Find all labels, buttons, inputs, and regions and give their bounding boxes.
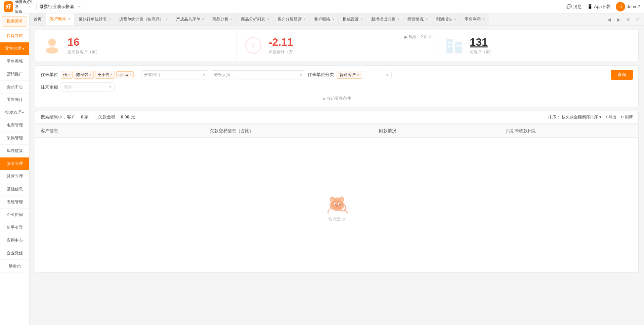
tab-close-icon[interactable]: ×: [361, 17, 363, 21]
col-header-due-date: 到期未收款日期: [506, 128, 633, 134]
chevron-down-icon: ▾: [109, 84, 112, 89]
user-profile[interactable]: d demo2: [616, 2, 640, 11]
tab-customer-contact[interactable]: 客户联络 ×: [310, 13, 339, 26]
tab-profit-report[interactable]: 利润报告 ×: [432, 13, 461, 26]
tab-home[interactable]: 首页: [30, 13, 46, 26]
remove-category-tag-btn[interactable]: ×: [357, 72, 359, 77]
top-bar: 好 畅捷通好生意 标版 母婴行业演示帐套 ▾ 💬 消息 📱 App下载 d de…: [0, 0, 644, 13]
tab-close-icon[interactable]: ×: [166, 17, 168, 21]
search-menu-btn[interactable]: 搜索菜单: [2, 16, 27, 27]
collapse-filter-btn[interactable]: ∧ 收起更多条件: [318, 94, 355, 103]
remove-tag-wu-btn[interactable]: ×: [68, 73, 70, 77]
tab-purchase-order-stats[interactable]: 采购订单统计表 ×: [75, 13, 115, 26]
video-btn[interactable]: ▶ 视频: [404, 34, 417, 40]
tab-fullscreen-btn[interactable]: ⤢: [633, 15, 641, 24]
stat-label-customers: 总欠款客户（家）: [68, 49, 100, 55]
sidebar-item-new-guide[interactable]: 新手引导: [0, 221, 29, 234]
sidebar-item-retail-mall[interactable]: 零售商城: [0, 55, 29, 68]
filter-balance-select[interactable]: 选择... ▾: [61, 82, 115, 92]
tab-close-icon[interactable]: ×: [68, 17, 70, 21]
tab-product-inbound[interactable]: 产成品入库单 ×: [172, 13, 209, 26]
filter-category-dropdown[interactable]: ▾: [365, 71, 392, 79]
sidebar-item-corp-wechat[interactable]: 企业微信: [0, 247, 29, 260]
tab-ops-situation[interactable]: 经营情况 ×: [403, 13, 432, 26]
sidebar-item-quick-nav[interactable]: 快捷导航: [0, 30, 29, 42]
tab-close-icon[interactable]: ×: [483, 17, 485, 21]
tab-new-mention-plan[interactable]: 新增提成方案 ×: [367, 13, 404, 26]
filter-person-select[interactable]: 分管人员 ... ▾: [211, 70, 305, 79]
refresh-icon: ↻: [620, 115, 624, 119]
app-selector[interactable]: 母婴行业演示帐套 ▾: [36, 2, 83, 11]
filter-dept-select[interactable]: 分管部门 ▾: [141, 70, 208, 79]
sidebar-item-basic[interactable]: 基础信息: [0, 183, 29, 196]
sort-select[interactable]: 排序： 按欠款金额倒序排序 ▾: [548, 114, 601, 120]
export-btn[interactable]: ↑ 导出: [605, 114, 616, 120]
sidebar-item-retail-stat[interactable]: 零售统计: [0, 94, 29, 106]
sidebar-item-marketing[interactable]: 营销推广: [0, 68, 29, 81]
export-icon: ↑: [605, 115, 607, 119]
sidebar-item-ecom[interactable]: 电商管理: [0, 119, 29, 132]
svg-point-21: [339, 204, 340, 205]
tab-next-btn[interactable]: ▶: [614, 15, 622, 24]
tab-retail-profit[interactable]: 零售利润 ×: [461, 13, 489, 26]
tab-close-icon[interactable]: ×: [267, 17, 269, 21]
tab-prev-btn[interactable]: ◀: [605, 15, 613, 24]
filter-category-label: 往来单位分类: [308, 72, 334, 78]
sidebar-item-purchase[interactable]: 采购管理: [0, 132, 29, 145]
sidebar-item-finance[interactable]: 资金管理: [0, 157, 29, 170]
stat-value-customers: 16: [68, 36, 100, 48]
tab-close-icon[interactable]: ×: [230, 17, 232, 21]
table-body: 暂无数据: [35, 138, 638, 272]
tab-product-analysis[interactable]: 商品分析 ×: [208, 13, 237, 26]
app-download-btn[interactable]: 📱 App下载: [587, 4, 610, 10]
help-btn[interactable]: ? 帮助: [421, 34, 432, 40]
top-bar-right: 💬 消息 📱 App下载 d demo2: [566, 2, 640, 11]
sidebar-item-sys[interactable]: 系统管理: [0, 196, 29, 209]
tab-close-icon[interactable]: ×: [454, 17, 456, 21]
search-result-bar: 搜索结果中，客户 0 家 欠款金额 0.00 元 排序： 按欠款金额倒序排序 ▾: [35, 111, 639, 123]
stat-card-total-customers: 131 总客户（家）: [437, 30, 638, 61]
tab-mention-settings[interactable]: 提成设置 ×: [339, 13, 367, 26]
sidebar-item-corp-collab[interactable]: 企业协同: [0, 209, 29, 221]
tab-bar-actions: ◀ ▶ ⊞ ⤢: [602, 15, 644, 24]
query-btn[interactable]: 查询: [611, 70, 633, 80]
tab-customer-tier[interactable]: 客户分层经营 ×: [273, 13, 310, 26]
stat-info-customers: 16 总欠款客户（家）: [68, 36, 100, 55]
svg-rect-5: [455, 42, 462, 53]
filter-more-tags-btn[interactable]: ...: [135, 72, 138, 77]
page-content: 16 总欠款客户（家） ¥ -2.11 欠款合计（万）: [30, 26, 644, 325]
messages-btn[interactable]: 💬 消息: [566, 4, 582, 10]
tab-close-icon[interactable]: ×: [332, 17, 334, 21]
svg-point-17: [340, 198, 343, 202]
sidebar-item-ops[interactable]: 经营管理: [0, 170, 29, 183]
tab-close-icon[interactable]: ×: [304, 17, 306, 21]
sidebar-item-member[interactable]: 会员中心: [0, 81, 29, 94]
tab-close-icon[interactable]: ×: [202, 17, 204, 21]
sidebar-item-wholesale[interactable]: 批发管理 ▾: [0, 106, 29, 119]
tab-expand-btn[interactable]: ⊞: [624, 15, 632, 24]
refresh-btn[interactable]: ↻ 刷新: [620, 114, 633, 120]
svg-point-20: [335, 204, 336, 205]
sidebar-item-inventory[interactable]: 库存核算: [0, 145, 29, 157]
tab-inbound-stats[interactable]: 进货单统计表（按商品） ×: [115, 13, 172, 26]
remove-tag-cjttcw-btn[interactable]: ×: [130, 73, 132, 77]
remove-tag-chen-btn[interactable]: ×: [89, 73, 91, 77]
tab-customer-ledger[interactable]: 客户账本 ×: [46, 13, 75, 26]
tab-product-analysis-list[interactable]: 商品分析列表 ×: [237, 13, 273, 26]
sidebar-item-retail-mgmt[interactable]: 零售管理 ▾: [0, 42, 29, 55]
sidebar-item-member-plus[interactable]: 畅会员: [0, 260, 29, 273]
result-amount-text: 欠款金额 0.00 元: [98, 114, 139, 119]
svg-rect-11: [460, 45, 462, 47]
tab-close-icon[interactable]: ×: [109, 17, 111, 21]
sidebar: 搜索菜单 快捷导航 零售管理 ▾ 零售商城 营销推广 会员中心 零售统计 批发管…: [0, 13, 30, 325]
tab-close-icon[interactable]: ×: [426, 17, 428, 21]
sidebar-item-app-center[interactable]: 应用中心: [0, 234, 29, 247]
remove-tag-wang-btn[interactable]: ×: [111, 73, 113, 77]
stat-card-actions: ▶ 视频 ? 帮助: [404, 34, 432, 40]
tab-close-icon[interactable]: ×: [397, 17, 399, 21]
svg-point-0: [48, 38, 56, 46]
svg-text:¥: ¥: [251, 42, 255, 49]
result-count-text: 搜索结果中，客户 0 家: [41, 114, 94, 119]
ellipsis-icon[interactable]: ...: [231, 72, 235, 77]
avatar: d: [616, 2, 625, 11]
